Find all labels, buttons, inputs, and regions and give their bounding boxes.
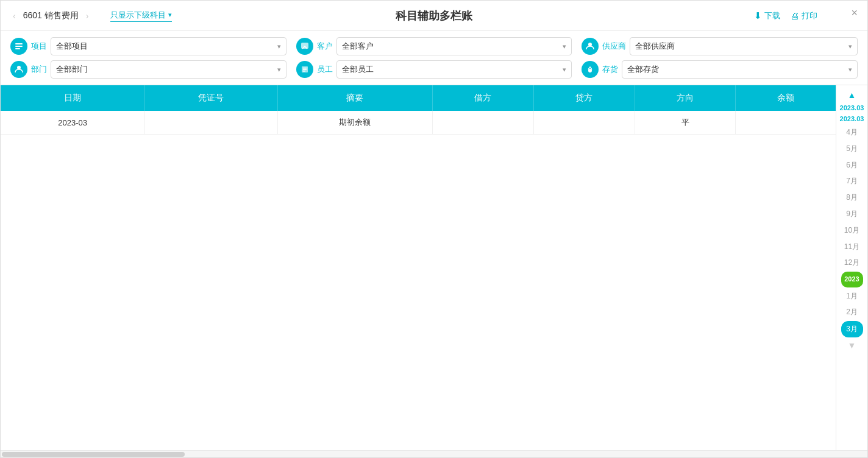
project-arrow-icon: ▾ (277, 43, 281, 51)
supplier-label: 供应商 (602, 41, 626, 52)
show-sub-label: 只显示下级科目 (110, 10, 166, 21)
title-bar-right: ⬇ 下载 🖨 打印 × (754, 10, 858, 21)
scrollbar-thumb[interactable] (2, 452, 185, 457)
timeline-month-11[interactable]: 11月 (836, 239, 867, 255)
main-window: ‹ 6601 销售费用 › 只显示下级科目 ▾ 科目辅助多栏账 ⬇ 下载 🖨 打… (0, 0, 868, 458)
timeline-month-1[interactable]: 1月 (836, 288, 867, 305)
download-label: 下载 (764, 10, 780, 21)
table-area: 日期 凭证号 摘要 借方 贷方 方向 余额 2023-03 期初余额 平 (1, 85, 867, 450)
inventory-icon (582, 61, 599, 78)
project-value: 全部项目 (56, 41, 88, 52)
employee-arrow-icon: ▾ (563, 66, 566, 74)
timeline-month-12[interactable]: 12月 (836, 255, 867, 271)
cell-direction: 平 (635, 111, 736, 135)
project-icon (10, 38, 27, 55)
cell-credit (533, 111, 635, 135)
horizontal-scrollbar[interactable] (1, 450, 867, 457)
filter-department: 部门 全部部门 ▾ (10, 60, 286, 79)
timeline-down-arrow[interactable]: ▼ (845, 338, 859, 353)
close-button[interactable]: × (851, 7, 858, 19)
cell-debit (432, 111, 533, 135)
filter-supplier: 供应商 全部供应商 ▾ (582, 37, 858, 55)
customer-select[interactable]: 全部客户 ▾ (336, 37, 572, 55)
show-sub-arrow-icon: ▾ (168, 11, 172, 19)
employee-icon (296, 61, 313, 78)
department-value: 全部部门 (56, 64, 88, 75)
title-bar: ‹ 6601 销售费用 › 只显示下级科目 ▾ 科目辅助多栏账 ⬇ 下载 🖨 打… (1, 1, 867, 31)
title-bar-left: ‹ 6601 销售费用 › 只显示下级科目 ▾ (10, 10, 172, 22)
page-title: 科目辅助多栏账 (396, 9, 472, 23)
employee-select[interactable]: 全部员工 ▾ (336, 60, 572, 79)
download-button[interactable]: ⬇ 下载 (754, 10, 780, 21)
timeline-month-10[interactable]: 10月 (836, 222, 867, 239)
timeline-year-2023[interactable]: 2023 (841, 272, 863, 287)
timeline-month-2[interactable]: 2月 (836, 304, 867, 320)
project-label: 项目 (31, 41, 47, 52)
supplier-select[interactable]: 全部供应商 ▾ (630, 37, 858, 55)
account-code: 6601 销售费用 (23, 10, 79, 21)
timeline-month-5[interactable]: 5月 (836, 141, 867, 157)
employee-value: 全部员工 (342, 64, 374, 75)
col-balance: 余额 (736, 85, 836, 111)
ledger-table: 日期 凭证号 摘要 借方 贷方 方向 余额 2023-03 期初余额 平 (1, 85, 836, 135)
filter-inventory: 存货 全部存货 ▾ (582, 60, 858, 79)
svg-rect-1 (15, 46, 23, 47)
print-button[interactable]: 🖨 打印 (790, 10, 817, 21)
col-voucher: 凭证号 (145, 85, 277, 111)
col-summary: 摘要 (277, 85, 432, 111)
col-debit: 借方 (432, 85, 533, 111)
supplier-arrow-icon: ▾ (848, 43, 852, 51)
timeline-month-3[interactable]: 3月 (841, 321, 863, 337)
col-direction: 方向 (635, 85, 736, 111)
employee-label: 员工 (317, 64, 333, 75)
inventory-arrow-icon: ▾ (848, 66, 852, 74)
filter-employee: 员工 全部员工 ▾ (296, 60, 572, 79)
timeline-month-6[interactable]: 6月 (836, 157, 867, 174)
print-icon: 🖨 (790, 10, 799, 21)
project-select[interactable]: 全部项目 ▾ (51, 37, 286, 55)
inventory-label: 存货 (602, 64, 618, 75)
timeline-month-9[interactable]: 9月 (836, 206, 867, 222)
cell-date: 2023-03 (1, 111, 145, 135)
show-sub-button[interactable]: 只显示下级科目 ▾ (110, 10, 172, 22)
customer-arrow-icon: ▾ (563, 43, 566, 51)
timeline-sidebar: ▲ 2023.03 2023.03 4月 5月 6月 7月 8月 9月 10月 … (836, 85, 867, 450)
prev-account-button[interactable]: ‹ (10, 10, 18, 22)
svg-rect-8 (303, 69, 307, 71)
svg-point-4 (588, 43, 592, 46)
table-row: 2023-03 期初余额 平 (1, 111, 836, 135)
cell-voucher (145, 111, 277, 135)
col-date: 日期 (1, 85, 145, 111)
col-credit: 贷方 (533, 85, 635, 111)
department-arrow-icon: ▾ (277, 66, 281, 74)
print-label: 打印 (802, 10, 817, 21)
table-header-row: 日期 凭证号 摘要 借方 贷方 方向 余额 (1, 85, 836, 111)
cell-summary: 期初余额 (277, 111, 432, 135)
department-select[interactable]: 全部部门 ▾ (51, 60, 286, 79)
svg-point-5 (17, 66, 21, 69)
customer-label: 客户 (317, 41, 333, 52)
timeline-up-arrow[interactable]: ▲ (845, 88, 859, 102)
svg-rect-2 (15, 48, 20, 49)
filter-row-2: 部门 全部部门 ▾ 员工 全部员工 ▾ (10, 60, 858, 79)
filter-customer: 客户 全部客户 ▾ (296, 37, 572, 55)
timeline-month-4[interactable]: 4月 (836, 124, 867, 141)
department-label: 部门 (31, 64, 47, 75)
customer-value: 全部客户 (342, 41, 374, 52)
next-account-button[interactable]: › (84, 10, 91, 22)
svg-rect-7 (303, 68, 307, 69)
timeline-period-1[interactable]: 2023.03 (836, 102, 867, 113)
inventory-select[interactable]: 全部存货 ▾ (622, 60, 858, 79)
supplier-value: 全部供应商 (635, 41, 675, 52)
department-icon (10, 61, 27, 78)
supplier-icon (582, 38, 599, 55)
filter-project: 项目 全部项目 ▾ (10, 37, 286, 55)
timeline-period-2[interactable]: 2023.03 (836, 113, 867, 124)
timeline-month-8[interactable]: 8月 (836, 189, 867, 206)
customer-icon (296, 38, 313, 55)
download-icon: ⬇ (754, 10, 762, 21)
filter-area: 项目 全部项目 ▾ 客户 全部客户 ▾ (1, 31, 867, 85)
cell-balance (736, 111, 836, 135)
timeline-month-7[interactable]: 7月 (836, 173, 867, 189)
inventory-value: 全部存货 (627, 64, 659, 75)
